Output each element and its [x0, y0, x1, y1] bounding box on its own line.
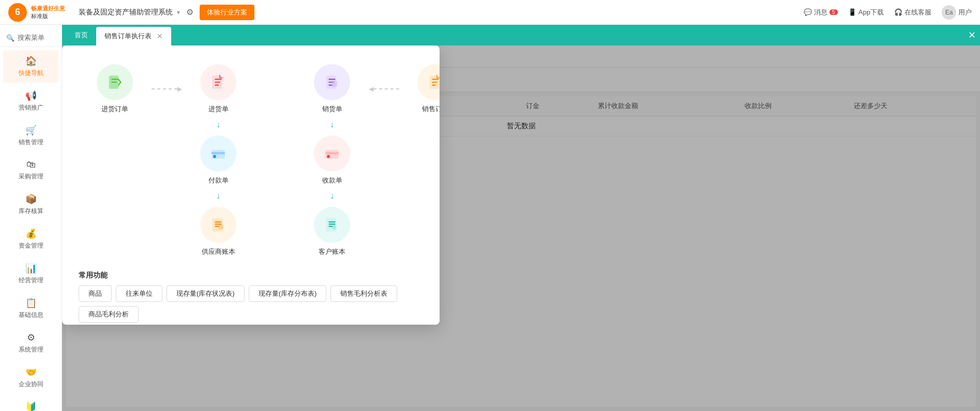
top-bar: 6 畅康通好生意 标准版 装备及固定资产辅助管理系统 ▾ ⚙ 体验行业方案 💬 … — [0, 0, 980, 25]
app-download-item[interactable]: 📱 App下载 — [848, 8, 884, 17]
user-item[interactable]: Ea 用户 — [942, 5, 972, 20]
settings-icon[interactable]: ⚙ — [186, 7, 193, 17]
func-btn-partners[interactable]: 往来单位 — [116, 285, 162, 302]
sidebar-item-purchase[interactable]: 🛍 采购管理 — [3, 154, 58, 186]
headset-icon: 🎧 — [894, 8, 902, 16]
receipt-bill-label: 收款单 — [322, 176, 342, 185]
func-btn-product[interactable]: 商品 — [79, 285, 112, 302]
tab-sales-order-label: 销售订单执行表 — [104, 32, 152, 41]
logo-icon: 6 — [8, 3, 27, 22]
base-info-icon: 📋 — [25, 297, 37, 309]
arrow-down-purchase-bill: ↓ — [216, 120, 220, 129]
sales-bill-label: 销货单 — [322, 104, 342, 114]
message-icon: 💬 — [804, 8, 812, 16]
svg-rect-12 — [219, 225, 223, 230]
sales-icon: 🛒 — [25, 125, 37, 136]
flow-node-receipt-bill[interactable]: 收款单 — [310, 129, 354, 191]
svg-rect-3 — [331, 81, 337, 86]
logo-area: 6 畅康通好生意 标准版 — [8, 3, 70, 22]
trial-button[interactable]: 体验行业方案 — [200, 5, 254, 20]
popup-overlay: 进货订单 ▶ 进货单 — [62, 45, 980, 411]
common-functions-title: 常用功能 — [79, 271, 423, 280]
supplier-ledger-icon — [200, 207, 236, 243]
logo-line1: 畅康通好生意 — [31, 5, 65, 12]
sidebar-label-quick-nav: 快捷导航 — [19, 69, 43, 78]
tab-sales-order-exec[interactable]: 销售订单执行表 ✕ — [96, 27, 171, 45]
message-item[interactable]: 💬 消息 5 — [804, 8, 838, 17]
flow-node-sales-bill[interactable]: 销货单 — [310, 58, 354, 120]
app-download-icon: 📱 — [848, 8, 856, 16]
sidebar-label-inventory: 库存核算 — [19, 207, 43, 216]
guide-icon: 🔰 — [25, 401, 37, 411]
page-content: ❓ 帮助 🖨 按模板打印 ▾ 📤 导出 ▾ 🔄 刷新 — [62, 45, 980, 411]
flow-node-payment-bill[interactable]: 付款单 — [196, 129, 240, 191]
svg-rect-9 — [325, 152, 339, 154]
arrow-down-receipt: ↓ — [330, 191, 334, 201]
sidebar-item-sales[interactable]: 🛒 销售管理 — [3, 119, 58, 152]
customer-ledger-icon — [314, 207, 350, 243]
tab-bar: 首页 销售订单执行表 ✕ ✕ — [62, 25, 980, 45]
func-btn-product-gross[interactable]: 商品毛利分析 — [79, 306, 139, 323]
arrow-purchase-order-to-bill: ▶ — [152, 85, 182, 93]
flow-node-purchase-order[interactable]: 进货订单 — [93, 58, 137, 120]
system-title-area: 装备及固定资产辅助管理系统 ▾ ⚙ — [79, 7, 193, 17]
top-bar-right: 💬 消息 5 📱 App下载 🎧 在线客服 Ea 用户 — [804, 5, 972, 20]
tab-bar-close-icon[interactable]: ✕ — [968, 29, 976, 41]
user-abbr: Ea — [945, 9, 953, 16]
func-btn-sales-gross[interactable]: 销售毛利分析表 — [330, 285, 397, 302]
sidebar-label-marketing: 营销推广 — [19, 103, 43, 112]
system-icon: ⚙ — [27, 332, 35, 343]
enterprise-icon: 🤝 — [25, 367, 37, 378]
svg-point-7 — [213, 155, 216, 158]
flow-node-sales-order[interactable]: 销售订单 — [413, 58, 440, 120]
common-functions: 常用功能 商品 往来单位 现存量(库存状况表) 现存量(库存分布表) 销售毛利分… — [79, 271, 423, 325]
online-service-item[interactable]: 🎧 在线客服 — [894, 8, 931, 17]
receipt-bill-icon — [314, 135, 350, 172]
flow-node-purchase-bill[interactable]: 进货单 — [196, 58, 240, 120]
sales-order-icon — [417, 64, 440, 100]
function-buttons-row1: 商品 往来单位 现存量(库存状况表) 现存量(库存分布表) 销售毛利分析表 商品… — [79, 285, 423, 323]
avatar: Ea — [942, 5, 956, 20]
sidebar-item-guide[interactable]: 🔰 新手引导 — [3, 396, 58, 411]
sidebar-item-inventory[interactable]: 📦 库存核算 — [3, 188, 58, 221]
supplier-ledger-label: 供应商账本 — [202, 247, 235, 256]
sidebar-label-enterprise: 企业协同 — [19, 380, 43, 389]
func-btn-stock-status[interactable]: 现存量(库存状况表) — [167, 285, 245, 302]
sidebar-item-marketing[interactable]: 📢 营销推广 — [3, 85, 58, 117]
sidebar-label-sales: 销售管理 — [19, 138, 43, 147]
sidebar-item-base-info[interactable]: 📋 基础信息 — [3, 292, 58, 325]
sidebar-item-quick-nav[interactable]: 🏠 快捷导航 — [3, 50, 58, 83]
tab-home-label: 首页 — [74, 31, 88, 40]
tab-home[interactable]: 首页 — [66, 25, 96, 45]
sidebar-label-system: 系统管理 — [19, 345, 43, 354]
svg-rect-13 — [326, 218, 337, 232]
search-menu-item[interactable]: 🔍 搜索菜单 — [0, 29, 62, 47]
online-service-label: 在线客服 — [904, 8, 931, 17]
sidebar-item-enterprise[interactable]: 🤝 企业协同 — [3, 361, 58, 394]
sidebar: 🔍 搜索菜单 🏠 快捷导航 📢 营销推广 🛒 销售管理 🛍 采购管理 📦 库存核… — [0, 25, 62, 411]
tab-close-icon[interactable]: ✕ — [157, 32, 163, 40]
svg-rect-6 — [212, 152, 225, 154]
operation-icon: 📊 — [25, 263, 37, 274]
sidebar-label-finance: 资金管理 — [19, 241, 43, 250]
sidebar-item-system[interactable]: ⚙ 系统管理 — [3, 327, 58, 359]
customer-ledger-label: 客户账本 — [319, 247, 345, 256]
sidebar-label-operation: 经营管理 — [19, 276, 43, 285]
flow-node-customer-ledger[interactable]: 客户账本 — [310, 201, 354, 263]
flow-node-supplier-ledger[interactable]: 供应商账本 — [196, 201, 240, 263]
arrow-sales-order-to-bill: ◀ — [369, 85, 399, 93]
purchase-order-label: 进货订单 — [101, 104, 128, 114]
finance-icon: 💰 — [25, 228, 37, 239]
func-btn-stock-dist[interactable]: 现存量(库存分布表) — [249, 285, 327, 302]
sidebar-item-operation[interactable]: 📊 经营管理 — [3, 257, 58, 290]
dropdown-arrow-icon[interactable]: ▾ — [177, 9, 180, 16]
marketing-icon: 📢 — [25, 90, 37, 101]
sales-order-label: 销售订单 — [422, 104, 440, 114]
sidebar-item-finance[interactable]: 💰 资金管理 — [3, 223, 58, 255]
message-label: 消息 — [814, 8, 827, 17]
arrow-down-sales-bill: ↓ — [330, 120, 334, 129]
app-download-label: App下载 — [858, 8, 884, 17]
payment-bill-icon — [200, 135, 236, 172]
logo-text: 畅康通好生意 标准版 — [31, 5, 65, 20]
search-menu-label: 搜索菜单 — [18, 33, 44, 42]
